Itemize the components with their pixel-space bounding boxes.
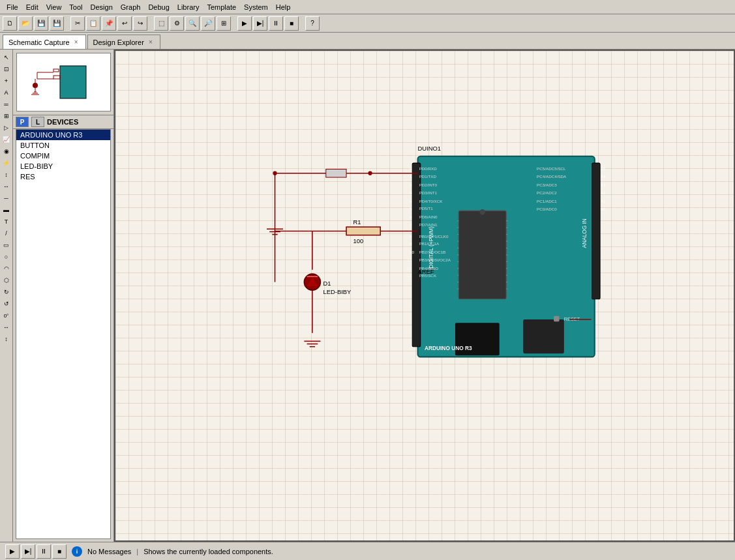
devices-label: DEVICES [47,118,78,126]
svg-text:10: 10 [410,250,414,254]
menu-view[interactable]: View [42,2,66,12]
junction-tool[interactable]: + [1,76,12,86]
svg-text:PD1/TXD: PD1/TXD [419,174,437,179]
svg-rect-2 [53,69,59,72]
select-tool[interactable]: ↖ [1,52,12,63]
line-tool[interactable]: / [1,228,12,239]
device-item-res[interactable]: RES [16,171,110,182]
svg-rect-104 [326,169,346,177]
device-header: P L DEVICES [13,115,113,129]
device-pin[interactable]: ─ [1,193,12,203]
menu-system[interactable]: System [240,2,272,12]
svg-text:PC0/ADC0: PC0/ADC0 [537,207,557,211]
menu-debug[interactable]: Debug [144,2,173,12]
device-item-led[interactable]: LED-BIBY [16,161,110,171]
pause-button[interactable]: ⏸ [37,544,51,559]
svg-text:PD4/T0/XCK: PD4/T0/XCK [419,199,443,203]
svg-rect-17 [458,211,506,299]
tab-schematic-capture[interactable]: Schematic Capture × [3,35,86,49]
svg-text:9: 9 [410,241,412,246]
save-all-button[interactable]: 💾 [50,16,64,31]
stop-button[interactable]: ■ [52,544,67,559]
wire-label-tool[interactable]: A [1,87,12,98]
menu-tool[interactable]: Tool [65,2,86,12]
subcircuit-tool[interactable]: ⊞ [1,111,12,121]
canvas-area[interactable]: DIGITAL (~PWM) ANALOG IN [114,50,735,542]
status-icon: i [72,546,82,557]
tab-design-label: Design Explorer [93,38,144,46]
vertical-wire-left [267,173,283,282]
menu-help[interactable]: Help [272,2,295,12]
schematic-svg: DIGITAL (~PWM) ANALOG IN [115,51,734,540]
bus-tool[interactable]: ═ [1,99,12,110]
zoom-all-button[interactable]: ⊞ [217,16,231,31]
help-button[interactable]: ? [305,16,320,31]
menu-design[interactable]: Design [87,2,117,12]
menu-graph[interactable]: Graph [117,2,145,12]
text-tool[interactable]: T [1,216,12,227]
arduino-board[interactable]: DIGITAL (~PWM) ANALOG IN [407,145,606,357]
arc-tool[interactable]: ◠ [1,263,12,274]
box-tool[interactable]: ▭ [1,240,12,250]
tab-design-explorer[interactable]: Design Explorer × [87,35,160,49]
redo-button[interactable]: ↪ [133,16,147,31]
p-button[interactable]: P [16,117,29,127]
device-item-arduino[interactable]: ARDUINO UNO R3 [16,130,110,140]
led-d1[interactable]: D1 LED-BIBY [304,231,352,346]
svg-text:2: 2 [410,183,412,187]
rotate-ccw[interactable]: ↺ [1,299,12,309]
new-button[interactable]: 🗋 [3,16,17,31]
tab-design-close[interactable]: × [147,38,155,46]
flip-y[interactable]: ↕ [1,334,12,344]
poly-tool[interactable]: ⬡ [1,275,12,286]
stop-button[interactable]: ■ [284,16,299,31]
generator-tool[interactable]: ⚡ [1,158,12,168]
svg-text:PB1/OC1A: PB1/OC1A [419,241,440,246]
step-button[interactable]: ▶| [253,16,267,31]
flip-x[interactable]: ↔ [1,322,12,332]
compile-button[interactable]: ⚙ [170,16,184,31]
tab-bar: Schematic Capture × Design Explorer × [0,33,735,50]
terminal-tool[interactable]: ▷ [1,123,12,133]
svg-text:PC2/ADC2: PC2/ADC2 [537,190,557,195]
pause-button[interactable]: ⏸ [269,16,283,31]
tape-tool[interactable]: ◉ [1,146,12,156]
circle-tool[interactable]: ○ [1,252,12,262]
undo-button[interactable]: ↩ [117,16,132,31]
svg-text:0: 0 [410,166,412,171]
bus-pin[interactable]: ▬ [1,205,12,215]
play-button[interactable]: ▶ [5,544,20,559]
step-forward-button[interactable]: ▶| [21,544,35,559]
tab-schematic-close[interactable]: × [72,38,80,46]
device-item-compim[interactable]: COMPIM [16,151,110,161]
svg-text:LED-BIBY: LED-BIBY [323,289,352,295]
menu-bar: File Edit View Tool Design Graph Debug L… [0,0,735,14]
paste-button[interactable]: 📌 [102,16,116,31]
device-list: ARDUINO UNO R3 BUTTON COMPIM LED-BIBY RE… [16,129,111,539]
component-tool[interactable]: ⊡ [1,64,12,74]
menu-file[interactable]: File [3,2,22,12]
zoom-out-button[interactable]: 🔎 [201,16,215,31]
zoom-in-button[interactable]: 🔍 [185,16,200,31]
menu-library[interactable]: Library [173,2,203,12]
svg-text:PC1/ADC1: PC1/ADC1 [537,199,557,203]
aref-label: AREF [418,269,434,275]
cut-button[interactable]: ✂ [70,16,85,31]
menu-template[interactable]: Template [203,2,240,12]
open-button[interactable]: 📂 [18,16,33,31]
svg-text:PB2/SS/OC1B: PB2/SS/OC1B [419,250,446,254]
svg-text:7: 7 [410,222,412,227]
menu-edit[interactable]: Edit [22,2,42,12]
copy-button[interactable]: 📋 [86,16,100,31]
save-button[interactable]: 💾 [34,16,48,31]
resistor-r1[interactable]: R1 100 [275,219,418,244]
block-button[interactable]: ⬚ [154,16,168,31]
l-button[interactable]: L [31,117,44,127]
svg-text:12: 12 [407,266,412,271]
graph-tool[interactable]: 📈 [1,134,12,145]
voltage-probe[interactable]: ↕ [1,169,12,180]
run-button[interactable]: ▶ [237,16,252,31]
rotate-cw[interactable]: ↻ [1,287,12,297]
current-probe[interactable]: ↔ [1,181,12,192]
device-item-button[interactable]: BUTTON [16,140,110,151]
